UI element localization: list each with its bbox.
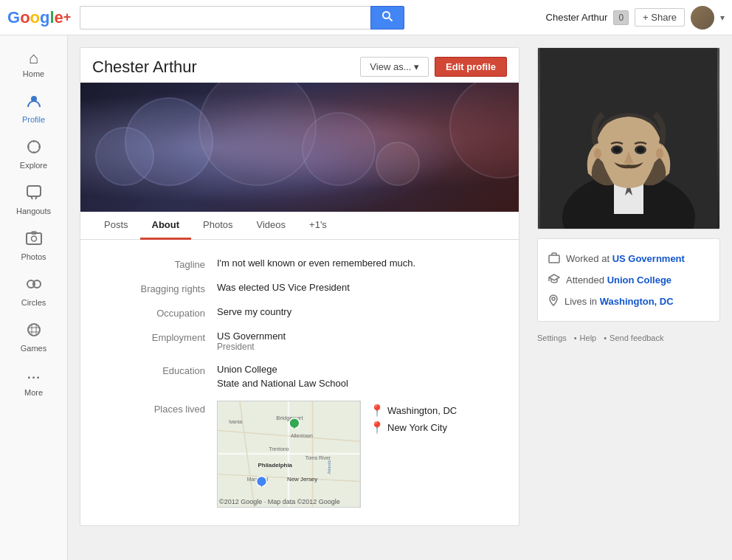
svg-text:Trentono: Trentono [269, 446, 289, 452]
profile-name: Chester Arthur [92, 58, 197, 77]
svg-point-41 [613, 147, 621, 153]
place-item-1: 📍 Washington, DC [370, 404, 457, 418]
svg-point-42 [637, 147, 644, 153]
games-icon [26, 322, 42, 342]
edit-profile-button[interactable]: Edit profile [435, 57, 507, 77]
info-edu-school[interactable]: Union College [607, 274, 671, 286]
sidebar-item-hangouts[interactable]: Hangouts [0, 177, 67, 223]
svg-rect-5 [27, 233, 41, 244]
help-link[interactable]: Help [580, 333, 597, 342]
location-icon [548, 294, 559, 308]
info-card: Worked at US Government Attended [537, 238, 720, 322]
edu-icon [548, 273, 560, 287]
svg-point-0 [383, 12, 390, 18]
svg-point-46 [552, 297, 555, 300]
svg-rect-4 [27, 186, 41, 196]
tab-about[interactable]: About [140, 212, 192, 240]
tab-plus1s[interactable]: +1's [297, 212, 339, 240]
portrait-svg [538, 48, 719, 229]
sidebar-label-circles: Circles [21, 298, 46, 307]
profile-card: Chester Arthur View as... ▾ Edit profile [80, 47, 519, 526]
info-edu-text: Attended Union College [566, 274, 671, 286]
sidebar-label-explore: Explore [20, 161, 47, 170]
education-row: Education Union College State and Nation… [95, 358, 504, 395]
main-content: Chester Arthur View as... ▾ Edit profile [80, 47, 519, 548]
tagline-label: Tagline [95, 257, 217, 270]
tab-videos[interactable]: Videos [245, 212, 298, 240]
topbar: Google + Chester Arthur 0 + Share ▾ [0, 0, 732, 35]
feedback-link[interactable]: Send feedback [610, 333, 663, 342]
search-button[interactable] [370, 6, 404, 30]
more-icon: ··· [27, 367, 40, 387]
employment-row: Employment US Government President [95, 325, 504, 358]
search-area [80, 6, 404, 30]
tagline-row: Tagline I'm not well known or even remem… [95, 252, 504, 276]
sidebar-item-circles[interactable]: Circles [0, 269, 67, 314]
sidebar-item-photos[interactable]: Photos [0, 223, 67, 269]
svg-text:lvania: lvania [229, 419, 242, 424]
svg-text:New Jersey: New Jersey [287, 476, 317, 483]
map-copyright: ©2012 Google · Map data ©2012 Google [219, 498, 340, 505]
places-label: Places lived [95, 401, 217, 415]
footer-sep2: • [604, 333, 607, 342]
sidebar-item-games[interactable]: Games [0, 314, 67, 360]
places-content: lvania Bridgeport Allentown Trentono Phi… [217, 401, 457, 508]
tab-photos[interactable]: Photos [191, 212, 244, 240]
info-lives-row: Lives in Washington, DC [548, 291, 709, 312]
topbar-right: Chester Arthur 0 + Share ▾ [546, 6, 725, 30]
profile-icon [26, 93, 42, 114]
employment-role: President [217, 342, 286, 352]
bragging-row: Bragging rights Was elected US Vice Pres… [95, 276, 504, 300]
bragging-value: Was elected US Vice President [217, 282, 350, 294]
info-lives-city[interactable]: Washington, DC [600, 296, 674, 307]
about-content: Tagline I'm not well known or even remem… [80, 240, 519, 525]
education-school2: State and National Law School [217, 378, 348, 389]
place-item-2: 📍 New York City [370, 421, 457, 435]
sidebar-item-more[interactable]: ··· More [0, 360, 67, 404]
logo: Google + [7, 8, 71, 27]
svg-text:Atlantic: Atlantic [327, 460, 331, 474]
svg-text:Philadelphia: Philadelphia [258, 462, 293, 469]
map-svg: lvania Bridgeport Allentown Trentono Phi… [218, 401, 360, 507]
info-work-row: Worked at US Government [548, 248, 709, 269]
hangouts-icon [26, 184, 42, 205]
education-block: Union College State and National Law Sch… [217, 364, 348, 389]
place-pin-dc: 📍 [370, 404, 384, 418]
account-dropdown-icon[interactable]: ▾ [720, 13, 725, 23]
place-name-dc: Washington, DC [387, 405, 457, 416]
layout: ⌂ Home Profile Explore [0, 35, 732, 560]
occupation-row: Occupation Serve my country [95, 300, 504, 325]
employment-block: US Government President [217, 331, 286, 352]
svg-point-6 [31, 236, 36, 241]
sidebar-item-explore[interactable]: Explore [0, 131, 67, 177]
share-button[interactable]: + Share [635, 8, 685, 27]
places-list: 📍 Washington, DC 📍 New York City [370, 401, 457, 438]
sidebar-label-hangouts: Hangouts [16, 207, 51, 215]
avatar[interactable] [691, 6, 714, 30]
tab-posts[interactable]: Posts [92, 212, 140, 240]
view-as-button[interactable]: View as... ▾ [360, 57, 429, 77]
svg-point-10 [28, 324, 40, 336]
notification-badge[interactable]: 0 [613, 10, 629, 25]
sidebar-label-profile: Profile [22, 115, 45, 124]
occupation-label: Occupation [95, 306, 217, 319]
education-label: Education [95, 364, 217, 389]
info-work-org[interactable]: US Government [612, 253, 685, 264]
employment-org: US Government [217, 331, 286, 342]
tagline-value: I'm not well known or even remembered mu… [217, 257, 415, 270]
place-name-nyc: New York City [387, 422, 447, 433]
sidebar-label-games: Games [21, 344, 46, 353]
settings-link[interactable]: Settings [537, 333, 567, 342]
info-edu-row: Attended Union College [548, 269, 709, 291]
search-input[interactable] [80, 6, 370, 30]
sidebar-item-home[interactable]: ⌂ Home [0, 41, 67, 86]
sidebar-item-profile[interactable]: Profile [0, 86, 67, 131]
home-icon: ⌂ [29, 49, 38, 68]
profile-header: Chester Arthur View as... ▾ Edit profile [80, 48, 519, 83]
sidebar-label-photos: Photos [21, 252, 46, 261]
profile-actions: View as... ▾ Edit profile [360, 57, 507, 77]
svg-point-43 [594, 148, 601, 159]
photos-icon [26, 230, 42, 251]
svg-point-3 [28, 141, 40, 153]
profile-photo-card [537, 47, 720, 229]
